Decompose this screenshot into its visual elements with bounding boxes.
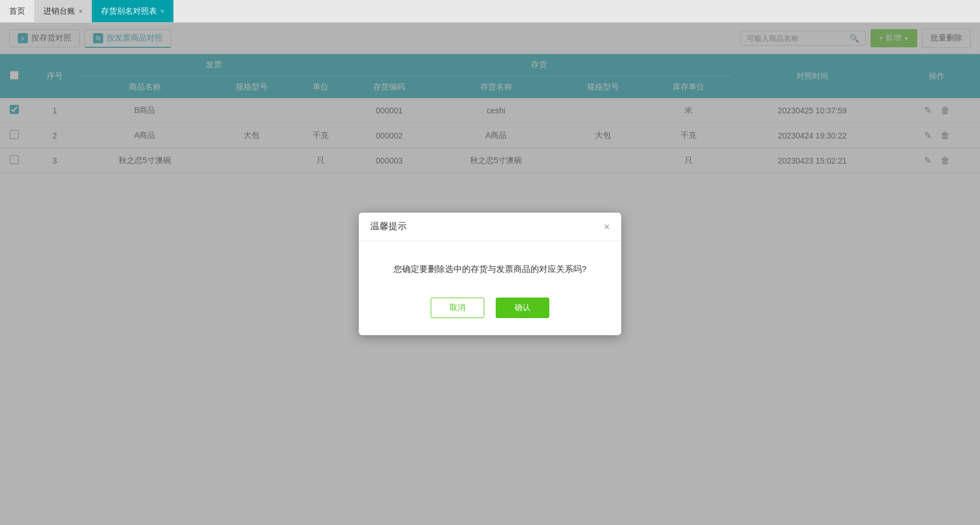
tab-home-label: 首页 — [9, 6, 25, 17]
tab-inventory-alias-close[interactable]: × — [160, 7, 164, 15]
dialog-cancel-btn[interactable]: 取消 — [431, 298, 484, 318]
confirm-dialog: 温馨提示 × 您确定要删除选中的存货与发票商品的对应关系吗? 取消 确认 — [359, 213, 621, 335]
dialog-footer: 取消 确认 — [359, 292, 621, 335]
tab-jxtz-close[interactable]: × — [79, 7, 83, 15]
dialog-body: 您确定要删除选中的存货与发票商品的对应关系吗? — [359, 241, 621, 292]
dialog-message: 您确定要删除选中的存货与发票商品的对应关系吗? — [394, 264, 586, 274]
tab-jxtz[interactable]: 进销台账 × — [34, 0, 92, 22]
dialog-header: 温馨提示 × — [359, 213, 621, 241]
dialog-title: 温馨提示 — [370, 221, 407, 233]
main-content: ≡ 按存货对照 ⊞ 按发票商品对照 🔍 + 新增 ▼ 批量删除 — [0, 23, 980, 525]
tab-inventory-alias-label: 存货别名对照表 — [101, 6, 157, 17]
tab-inventory-alias[interactable]: 存货别名对照表 × — [92, 0, 173, 22]
modal-overlay: 温馨提示 × 您确定要删除选中的存货与发票商品的对应关系吗? 取消 确认 — [0, 23, 980, 525]
dialog-confirm-btn[interactable]: 确认 — [496, 298, 549, 318]
tab-home[interactable]: 首页 — [0, 0, 34, 22]
tab-jxtz-label: 进销台账 — [43, 6, 75, 17]
tab-bar: 首页 进销台账 × 存货别名对照表 × — [0, 0, 980, 23]
dialog-close-btn[interactable]: × — [604, 222, 610, 232]
